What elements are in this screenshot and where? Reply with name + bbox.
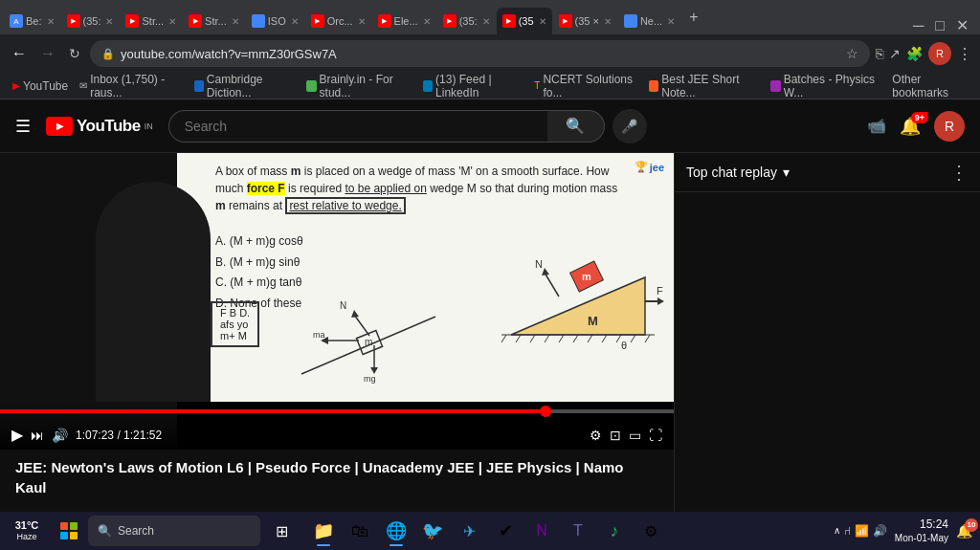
taskbar-search[interactable]: 🔍 Search	[88, 516, 260, 546]
taskbar-app-spotify[interactable]: ♪	[597, 514, 632, 548]
tab-favicon-8: ▶	[443, 14, 457, 28]
settings-button[interactable]: ⚙	[590, 428, 602, 443]
tab-4-close[interactable]: ✕	[232, 16, 239, 27]
yt-menu-button[interactable]: ☰	[15, 116, 31, 137]
taskbar-app-twitter[interactable]: 🐦	[415, 514, 450, 548]
yt-notifications[interactable]: 🔔 9+	[900, 116, 921, 137]
tab-2-close[interactable]: ✕	[105, 16, 113, 27]
yt-avatar[interactable]: R	[934, 111, 965, 142]
profile-icon[interactable]: R	[928, 42, 951, 65]
tab-favicon-2: ▶	[67, 14, 80, 28]
bookmark-cambridge[interactable]: Cambridge Diction...	[189, 73, 301, 99]
svg-text:m: m	[582, 271, 591, 282]
bluetooth-icon[interactable]: ⑁	[844, 524, 851, 538]
fullscreen-button[interactable]: ⛶	[649, 428, 662, 443]
chat-more-button[interactable]: ⋮	[949, 163, 969, 182]
notification-center-button[interactable]: 🔔 10	[956, 522, 972, 539]
yt-logo[interactable]: ▶ YouTubeIN	[46, 117, 153, 136]
task-view-button[interactable]: ⊞	[264, 514, 299, 548]
tab-7-close[interactable]: ✕	[423, 16, 431, 27]
tab-1-label: Be:	[26, 15, 42, 27]
taskbar-app-chrome[interactable]: 🌐	[379, 514, 413, 548]
tab-5-close[interactable]: ✕	[291, 16, 299, 27]
tab-3[interactable]: ▶ Str... ✕	[120, 8, 182, 34]
share-icon[interactable]: ↗	[889, 46, 901, 61]
bookmark-other[interactable]: Other bookmarks	[887, 73, 972, 99]
yt-create-button[interactable]: 📹	[867, 117, 886, 135]
yt-main-content: 🏆 jee A box of mass m is placed on a wed…	[0, 153, 980, 512]
svg-marker-30	[370, 367, 378, 374]
minimize-button[interactable]: ─	[913, 17, 924, 34]
back-button[interactable]: ←	[8, 41, 31, 66]
bookmark-brainly[interactable]: Brainly.in - For stud...	[301, 73, 416, 99]
cast-icon[interactable]: ⎘	[876, 46, 883, 61]
tab-8-close[interactable]: ✕	[482, 16, 490, 27]
bookmark-youtube[interactable]: ▶ YouTube	[8, 77, 73, 95]
miniplayer-button[interactable]: ⊡	[610, 428, 621, 443]
chat-chevron-icon[interactable]: ▾	[783, 165, 790, 180]
bookmark-jee[interactable]: Best JEE Short Note...	[644, 73, 764, 99]
bookmark-ncert[interactable]: T NCERT Solutions fo...	[529, 73, 642, 99]
taskbar-app-telegram[interactable]: ✈	[452, 514, 486, 548]
tab-11[interactable]: Ne... ✕	[618, 8, 680, 34]
volume-icon[interactable]: 🔊	[873, 524, 887, 538]
wifi-icon[interactable]: 📶	[855, 524, 869, 538]
video-section: 🏆 jee A box of mass m is placed on a wed…	[0, 153, 674, 512]
yt-mic-button[interactable]: 🎤	[612, 109, 647, 143]
theater-button[interactable]: ▭	[629, 428, 641, 443]
tab-11-close[interactable]: ✕	[667, 16, 675, 27]
yt-search-input[interactable]	[168, 110, 547, 143]
tab-3-close[interactable]: ✕	[168, 16, 176, 27]
tab-6-label: Orc...	[327, 15, 353, 27]
tab-11-label: Ne...	[640, 15, 662, 27]
extensions-icon[interactable]: 🧩	[906, 46, 923, 61]
yt-favicon-bookmark: ▶	[12, 80, 20, 91]
tab-10-label: (35 ×	[575, 15, 599, 27]
bookmark-batches[interactable]: Batches - Physics W...	[766, 73, 885, 99]
tab-4[interactable]: ▶ Str... ✕	[183, 8, 245, 34]
taskbar-app-teams[interactable]: T	[561, 514, 595, 548]
start-button[interactable]	[54, 516, 84, 546]
bookmark-star-icon[interactable]: ☆	[846, 46, 858, 61]
tab-7[interactable]: ▶ Ele... ✕	[372, 8, 436, 34]
tab-active-close[interactable]: ✕	[539, 16, 546, 27]
url-display: youtube.com/watch?v=mmZ30rGSw7A	[121, 47, 337, 61]
taskbar-app-onenote[interactable]: N	[524, 514, 559, 548]
tab-8[interactable]: ▶ (35: ✕	[437, 8, 496, 34]
yt-search-button[interactable]: 🔍	[547, 110, 605, 143]
volume-button[interactable]: 🔊	[52, 428, 68, 443]
tab-5[interactable]: ISO ✕	[246, 8, 304, 34]
maximize-button[interactable]: □	[935, 17, 945, 34]
tab-7-label: Ele...	[394, 15, 418, 27]
tab-1[interactable]: A Be: ✕	[4, 8, 60, 34]
svg-line-21	[631, 335, 635, 342]
taskbar-app-explorer[interactable]: 📁	[306, 514, 341, 548]
forward-button[interactable]: →	[36, 41, 59, 66]
menu-icon[interactable]: ⋮	[957, 45, 972, 63]
next-button[interactable]: ⏭	[31, 428, 44, 443]
jee-icon	[649, 80, 658, 92]
tab-2[interactable]: ▶ (35: ✕	[61, 8, 120, 34]
taskbar-caret-icon[interactable]: ∧	[834, 525, 840, 536]
tab-10[interactable]: ▶ (35 × ✕	[553, 8, 617, 34]
tab-9-active[interactable]: ▶ (35 ✕	[497, 8, 552, 34]
taskbar-app-settings[interactable]: ⚙	[634, 514, 668, 548]
svg-text:M: M	[588, 314, 598, 328]
taskbar-app-store[interactable]: 🛍	[343, 514, 377, 548]
clock-display[interactable]: 15:24 Mon-01-May	[891, 517, 952, 546]
close-button[interactable]: ✕	[956, 16, 969, 34]
bookmark-inbox[interactable]: ✉ Inbox (1,750) - raus...	[75, 73, 187, 99]
taskbar-app-todo[interactable]: ✔	[488, 514, 523, 548]
new-tab-button[interactable]: +	[681, 9, 705, 26]
yt-logo-icon: ▶	[46, 117, 73, 136]
address-bar[interactable]: 🔒 youtube.com/watch?v=mmZ30rGSw7A ☆	[90, 40, 870, 67]
bookmark-linkedin[interactable]: (13) Feed | LinkedIn	[418, 73, 527, 99]
tab-1-close[interactable]: ✕	[47, 16, 55, 27]
tab-6-close[interactable]: ✕	[358, 16, 366, 27]
play-button[interactable]: ▶	[11, 426, 23, 444]
tab-10-close[interactable]: ✕	[604, 16, 612, 27]
reload-button[interactable]: ↻	[65, 42, 84, 65]
svg-line-22	[645, 335, 650, 342]
tab-6[interactable]: ▶ Orc... ✕	[305, 8, 371, 34]
tab-favicon-5	[252, 14, 265, 28]
